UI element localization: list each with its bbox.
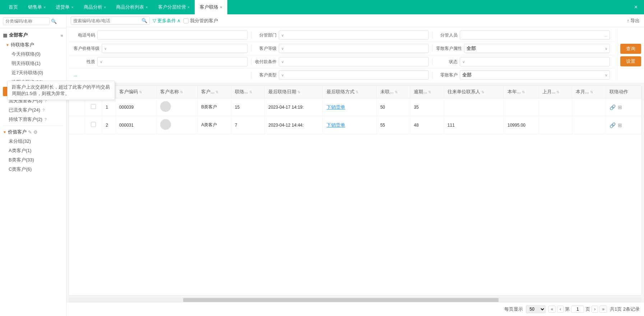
sidebar-class-a[interactable]: A类客户(1)	[0, 146, 66, 155]
horizontal-scrollbar[interactable]	[69, 298, 642, 302]
th-overdue: 逾期... ⇅	[410, 86, 444, 98]
nav-purchase[interactable]: 进货单 ×	[51, 0, 78, 14]
grid-action-icon-1[interactable]: ⊞	[618, 104, 622, 110]
contact-method-link-2[interactable]: 下销货单	[326, 122, 345, 128]
payment-label: 收付款条件	[255, 59, 277, 65]
window-close-button[interactable]: ×	[631, 4, 640, 10]
settings-button[interactable]: 设置	[620, 56, 641, 66]
sort-icon-type[interactable]: ⇅	[216, 90, 218, 94]
settings-icon-small[interactable]: ⚙	[33, 129, 38, 135]
sidebar-lost[interactable]: 已流失客户(24) ?	[0, 105, 66, 115]
grid-action-icon-2[interactable]: ⊞	[618, 122, 622, 128]
table-header-row: ⚙ # 客户编码 ⇅	[69, 86, 641, 98]
sidebar-declining[interactable]: 持续下滑客户(2) ?	[0, 115, 66, 124]
price-level-select[interactable]: ∨	[102, 44, 247, 53]
per-page-label: 每页显示	[504, 306, 523, 312]
nav-home[interactable]: 首页	[4, 0, 23, 14]
nav-customer-management-close[interactable]: ×	[187, 5, 190, 9]
more-conditions-btn[interactable]: ▽ 更多条件 ∧	[153, 18, 181, 24]
contact-method-link-1[interactable]: 下销货单	[326, 104, 345, 110]
link-icon-1[interactable]: 🔗	[610, 104, 616, 110]
page-input[interactable]	[571, 306, 584, 313]
customer-type-label: 客户类型	[255, 72, 277, 78]
customer-type-chevron: ∨	[281, 73, 284, 77]
search-icon[interactable]: 🔍	[142, 18, 147, 23]
manager-select[interactable]: ...	[460, 30, 610, 40]
gender-select[interactable]: ∨	[97, 57, 247, 66]
prev-page-btn[interactable]: ‹	[557, 306, 564, 313]
nav-customer-contact-close[interactable]: ×	[220, 5, 222, 9]
nav-product-analysis-list[interactable]: 商品分析列表 ×	[111, 0, 153, 14]
per-page-select[interactable]: 50 20 100	[526, 305, 546, 313]
collapse-icon[interactable]: «	[61, 33, 63, 38]
nav-sales-close[interactable]: ×	[43, 5, 46, 9]
sidebar-all-customers[interactable]: ▦ 全部客户 «	[0, 30, 66, 40]
nav-product-analysis-list-close[interactable]: ×	[145, 5, 148, 9]
link-icon-2[interactable]: 🔗	[610, 122, 616, 128]
retail-attr-select[interactable]: 全部 ∨	[464, 44, 610, 53]
sidebar-class-b[interactable]: B类客户(33)	[0, 155, 66, 165]
nav-purchase-close[interactable]: ×	[71, 5, 73, 9]
last-page-btn[interactable]: »	[599, 306, 607, 313]
sort-icon-name[interactable]: ⇅	[180, 90, 183, 94]
nav-customer-contact[interactable]: 客户联络 ×	[195, 0, 227, 14]
sort-icon-unit[interactable]: ⇅	[481, 90, 484, 94]
sidebar-unclassified[interactable]: 未分组(32)	[0, 137, 66, 146]
dept-select[interactable]: ∨	[279, 30, 429, 40]
sidebar-today[interactable]: 今天待联络(0)	[3, 49, 66, 59]
td-this-month-2	[572, 116, 606, 134]
sort-icon-pending[interactable]: ⇅	[395, 90, 398, 94]
next-page-btn[interactable]: ›	[592, 306, 598, 313]
nav-customer-management[interactable]: 客户分层经营 ×	[153, 0, 195, 14]
sort-icon-date[interactable]: ⇅	[297, 90, 300, 94]
sort-icon-method[interactable]: ⇅	[356, 90, 358, 94]
export-button[interactable]: ↑ 导出	[627, 18, 640, 24]
customer-type-select[interactable]: ∨	[279, 70, 429, 80]
pending-contact-header[interactable]: ▼ 待联络客户	[3, 40, 66, 49]
nav-sales[interactable]: 销售单 ×	[23, 0, 51, 14]
retail-customer-select[interactable]: 全部 ∨	[460, 70, 610, 80]
manager-more-icon[interactable]: ...	[604, 33, 607, 37]
sort-icon-year[interactable]: ⇅	[522, 90, 525, 94]
customer-grade-select[interactable]: ∨	[279, 44, 429, 53]
more-btn-field: ...	[74, 72, 247, 77]
my-customers-filter: 我分管的客户	[184, 18, 218, 24]
value-customers-header[interactable]: ▼ 价值客户 ✎ ⚙	[0, 127, 66, 137]
my-customers-checkbox[interactable]	[184, 18, 189, 23]
sort-icon-overdue[interactable]: ⇅	[428, 90, 431, 94]
first-page-btn[interactable]: «	[548, 306, 556, 313]
dept-chevron: ∨	[281, 33, 284, 37]
sort-icon-this-month[interactable]: ⇅	[590, 90, 593, 94]
nav-product-analysis[interactable]: 商品分析 ×	[79, 0, 111, 14]
td-settings-1	[69, 98, 85, 116]
sidebar-class-c[interactable]: C类客户(6)	[0, 165, 66, 174]
row-checkbox-1[interactable]	[91, 104, 96, 109]
status-select[interactable]: ∨	[460, 57, 610, 66]
filter-actions-column: 查询 设置	[617, 29, 644, 81]
price-level-field: 客户价格等级 ∨	[74, 44, 247, 53]
edit-icon[interactable]: ✎	[28, 129, 32, 135]
sort-icon-contact[interactable]: ⇅	[249, 90, 252, 94]
nav-product-analysis-close[interactable]: ×	[104, 5, 106, 9]
query-button[interactable]: 查询	[620, 44, 641, 54]
table-area: ⚙ # 客户编码 ⇅	[69, 85, 642, 296]
sidebar-search-icon[interactable]: 🔍	[51, 19, 57, 24]
sort-icon-code[interactable]: ⇅	[139, 90, 142, 94]
sort-icon-last-month[interactable]: ⇅	[556, 90, 559, 94]
table-row: 1 000039 B类客户 15 2023-04-17 14:19: 下销货单 …	[69, 98, 641, 116]
dept-label: 分管部门	[255, 32, 277, 38]
search-input[interactable]	[73, 18, 142, 23]
sidebar-search-input[interactable]	[3, 17, 50, 25]
td-contact-1: 15	[231, 98, 265, 116]
sidebar-week7[interactable]: 近7天待联络(0)	[3, 68, 66, 77]
phone-select[interactable]	[97, 30, 247, 40]
more-btn[interactable]: ...	[74, 72, 77, 77]
row-checkbox-2[interactable]	[91, 122, 96, 127]
declining-info-icon[interactable]: ?	[45, 118, 47, 122]
th-actions: 联络动作	[606, 86, 641, 98]
scroll-thumb[interactable]	[183, 298, 499, 302]
payment-select[interactable]: ∨	[279, 57, 429, 66]
lost-info-icon[interactable]: ?	[42, 108, 45, 112]
td-checkbox-2	[85, 116, 102, 134]
sidebar-tomorrow[interactable]: 明天待联络(1)	[3, 59, 66, 68]
